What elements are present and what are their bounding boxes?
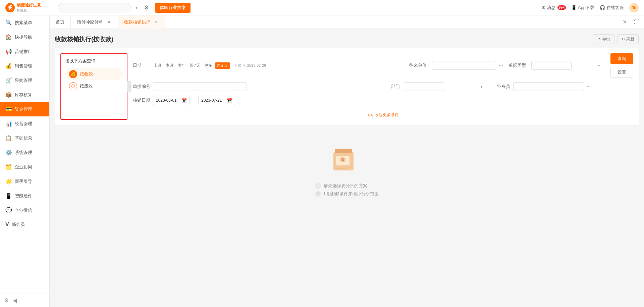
logo-name: 畅捷通好生意	[17, 2, 41, 8]
enterprise-icon: 🗂️	[5, 164, 12, 170]
sidebar-item-quick-nav[interactable]: 🏠 快捷导航	[0, 30, 49, 44]
filter-dept-field: 部门 ▾	[391, 82, 485, 91]
dept-select-wrapper: ▾	[404, 82, 485, 91]
online-service-btn[interactable]: 🎧 在线客服	[600, 5, 624, 11]
calendar-start-icon[interactable]: 📅	[181, 98, 187, 103]
sidebar-item-inventory[interactable]: 📦 库存核算	[0, 88, 49, 102]
docno-input[interactable]	[153, 82, 247, 91]
sidebar-item-wechat[interactable]: 💬 企业微信	[0, 203, 49, 217]
sidebar-item-sales[interactable]: 💰 销售管理	[0, 59, 49, 73]
sidebar-item-system[interactable]: ⚙️ 系统管理	[0, 145, 49, 160]
logo-badge: 标准版	[17, 8, 41, 13]
filter-docno-field: 单据编号	[133, 82, 372, 91]
date-custom[interactable]: 自定义	[215, 62, 230, 69]
filter-staff-field: 业务员 ···	[497, 82, 591, 91]
tab-prepay-close[interactable]: ✕	[106, 19, 112, 25]
filter-row-3: 核销日期 2023-03-01 📅 — 2023-07-21 📅	[133, 96, 633, 105]
main-layout: 🔍 搜索菜单 🏠 快捷导航 📢 营销推广 💰 销售管理 🛒 采购管理 📦 库存核…	[0, 15, 644, 307]
verify-date-range: 2023-03-01 📅 — 2023-07-21 📅	[153, 96, 633, 105]
marketing-icon: 📢	[5, 48, 12, 55]
collapse-more-btn[interactable]: ∧∧ 收起更多条件	[133, 110, 633, 120]
date-more[interactable]: 更多	[203, 62, 214, 69]
logo: 畅 畅捷通好生意 标准版	[5, 2, 55, 13]
headset-icon: 🎧	[600, 5, 605, 10]
hint2-text: 用[过滤]条件来缩小分析范围	[324, 191, 378, 197]
filter-verify-date-field: 核销日期 2023-03-01 📅 — 2023-07-21 📅	[133, 96, 633, 105]
date-last-month[interactable]: 上月	[152, 62, 163, 69]
doctype-arrow-icon: ▾	[598, 64, 600, 67]
filter-doctype-field: 单据类型 ▾	[508, 61, 602, 70]
sidebar-label-purchase: 采购管理	[15, 78, 32, 84]
tab-expand-btn[interactable]: ⛶	[632, 17, 641, 27]
sidebar-settings-btn[interactable]: ⚙	[4, 297, 9, 304]
partner-dots-icon[interactable]: ···	[499, 62, 503, 68]
sidebar-item-operation[interactable]: 📊 经营管理	[0, 116, 49, 131]
app-download-btn[interactable]: 📱 App下载	[571, 5, 594, 11]
tab-receivable-label: 收款核销执行	[124, 19, 150, 25]
dept-select[interactable]	[404, 82, 444, 91]
query-button[interactable]: 查询	[610, 53, 633, 64]
filter-option-receivable-label: 按应收	[80, 83, 93, 89]
message-btn[interactable]: ✉ 消息 99+	[542, 5, 566, 11]
main-panel: 按以下方案查询 💰 按收款 ⏱ 按应收 《	[55, 48, 639, 125]
sidebar-collapse-btn[interactable]: ◀	[13, 297, 17, 304]
docno-label: 单据编号	[133, 84, 150, 90]
refresh-button[interactable]: ↻ 刷新	[617, 34, 639, 44]
filter-partner-field: 往来单位 ···	[409, 61, 503, 70]
export-button[interactable]: ↗ 导出	[593, 34, 614, 44]
search-input[interactable]	[58, 3, 131, 12]
verify-date-start-value: 2023-03-01	[156, 98, 176, 103]
doctype-select[interactable]	[531, 61, 572, 70]
sidebar-item-marketing[interactable]: 📢 营销推广	[0, 44, 49, 59]
filter-row-2: 单据编号 部门 ▾	[133, 82, 633, 91]
sidebar-item-purchase[interactable]: 🛒 采购管理	[0, 73, 49, 88]
search-box[interactable]	[58, 3, 131, 12]
sidebar-item-basic-info[interactable]: 📋 基础信息	[0, 131, 49, 145]
settings-button[interactable]: 设置	[610, 67, 633, 78]
industry-button[interactable]: 体验行业方案	[155, 3, 191, 13]
sidebar-item-enterprise[interactable]: 🗂️ 企业协同	[0, 160, 49, 174]
tab-home[interactable]: 首页	[50, 15, 71, 29]
tab-prepay[interactable]: 预付冲应付单 ✕	[71, 15, 118, 29]
sidebar-label-marketing: 营销推广	[15, 49, 32, 55]
partner-input[interactable]	[432, 61, 496, 70]
member-icon: V	[5, 221, 9, 227]
search-icon: 🔍	[5, 19, 12, 26]
gear-button[interactable]: ⚙	[142, 3, 151, 12]
sidebar: 🔍 搜索菜单 🏠 快捷导航 📢 营销推广 💰 销售管理 🛒 采购管理 📦 库存核…	[0, 15, 50, 307]
tab-receivable[interactable]: 收款核销执行 ✕	[118, 15, 165, 29]
filter-action-btns: 查询 设置	[610, 53, 633, 78]
sidebar-label-operation: 经营管理	[15, 121, 32, 127]
doctype-select-wrapper: ▾	[531, 61, 602, 70]
sidebar-item-search[interactable]: 🔍 搜索菜单	[0, 15, 49, 30]
sidebar-item-finance[interactable]: 💳 资金管理	[0, 102, 49, 116]
sidebar-item-guide[interactable]: 🌟 新手引导	[0, 174, 49, 189]
filter-option-receipt-label: 按收款	[80, 71, 93, 77]
staff-input[interactable]	[513, 82, 584, 91]
sidebar-label-basic-info: 基础信息	[15, 135, 32, 141]
verify-date-end-input[interactable]: 2023-07-21 📅	[198, 96, 235, 105]
filter-collapse-btn[interactable]: 《	[127, 81, 131, 92]
sidebar-item-member[interactable]: V 畅会员	[0, 217, 49, 232]
date-7days[interactable]: 近7天	[189, 62, 202, 69]
sidebar-label-sales: 销售管理	[15, 63, 32, 69]
tab-receivable-close[interactable]: ✕	[154, 19, 159, 25]
date-unlimited-text: 不限 至 2023-07-26	[234, 63, 266, 68]
user-avatar[interactable]: Rit	[629, 3, 639, 12]
sidebar-item-hardware[interactable]: 📱 智能硬件	[0, 189, 49, 203]
page-header-actions: ↗ 导出 ↻ 刷新	[593, 34, 639, 44]
filter-option-by-receipt[interactable]: 💰 按收款	[65, 68, 123, 80]
date-this-year[interactable]: 本年	[176, 62, 187, 69]
staff-dots-icon[interactable]: ···	[587, 84, 591, 90]
date-this-month[interactable]: 本月	[164, 62, 175, 69]
calendar-end-icon[interactable]: 📅	[226, 98, 232, 103]
sidebar-label-hardware: 智能硬件	[15, 193, 32, 199]
dropdown-icon[interactable]: ▾	[136, 5, 138, 10]
filter-option-by-receivable[interactable]: ⏱ 按应收	[65, 80, 123, 92]
filter-row-1: 日期 上月 本月 本年 近7天 更多 自定义 不限 至 2023-07-26	[133, 53, 633, 78]
verify-date-start-input[interactable]: 2023-03-01 📅	[153, 96, 190, 105]
tab-close-all-btn[interactable]: ✕	[620, 17, 629, 27]
tabs-bar: 首页 预付冲应付单 ✕ 收款核销执行 ✕ ✕ ⛶	[50, 15, 644, 29]
system-icon: ⚙️	[5, 149, 12, 156]
hint1-num: 1	[315, 183, 321, 189]
